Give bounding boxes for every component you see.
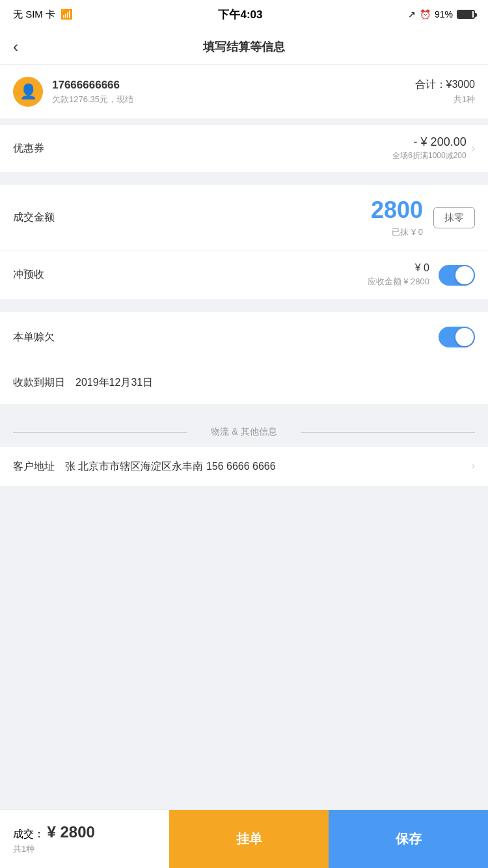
toggle-knob [455, 266, 474, 284]
coupon-label: 优惠券 [13, 142, 44, 156]
logistics-divider: 物流 & 其他信息 [0, 417, 488, 447]
status-right: ↗ ⏰ 91% [408, 9, 475, 20]
due-date-value: 2019年12月31日 [75, 376, 153, 390]
bottom-summary-label-amount: 成交： ¥ 2800 [13, 823, 156, 841]
customer-count: 共1种 [415, 94, 476, 105]
advance-label: 冲预收 [13, 268, 44, 282]
logistics-label: 物流 & 其他信息 [211, 426, 277, 438]
customer-debt: 欠款1276.35元，现结 [52, 94, 133, 105]
summary-label: 成交： [13, 828, 44, 839]
customer-phone: 17666666666 [52, 79, 133, 92]
customer-right: 合计：¥3000 共1种 [415, 78, 476, 105]
page-title: 填写结算等信息 [203, 39, 285, 55]
transaction-section: 成交金额 2800 已抹 ¥ 0 抹零 冲预收 ¥ 0 应收金额 ¥ 2800 [0, 185, 488, 299]
sim-label: 无 SIM 卡 [13, 8, 55, 21]
alarm-icon: ⏰ [420, 9, 431, 20]
due-date-row: 收款到期日 2019年12月31日 [0, 362, 488, 404]
coupon-amount: - ¥ 200.00 [392, 135, 466, 149]
status-left: 无 SIM 卡 📶 [13, 8, 73, 21]
status-bar: 无 SIM 卡 📶 下午4:03 ↗ ⏰ 91% [0, 0, 488, 29]
debt-row: 本单赊欠 [0, 312, 488, 362]
summary-count: 共1种 [13, 843, 156, 855]
divider-line-left [13, 432, 187, 433]
status-time: 下午4:03 [218, 7, 262, 22]
back-button[interactable]: ‹ [13, 38, 18, 56]
advance-right: ¥ 0 应收金额 ¥ 2800 [368, 262, 475, 288]
avatar: 👤 [13, 77, 43, 107]
coupon-right: - ¥ 200.00 全场6折满1000减200 › [392, 135, 475, 161]
hold-button[interactable]: 挂单 [169, 810, 329, 869]
debt-label: 本单赊欠 [13, 331, 55, 344]
location-icon: ↗ [408, 9, 416, 20]
nav-bar: ‹ 填写结算等信息 [0, 29, 488, 65]
battery-icon [457, 10, 475, 19]
debt-toggle-knob [455, 328, 474, 346]
customer-left: 👤 17666666666 欠款1276.35元，现结 [13, 77, 133, 107]
transaction-amount: 2800 [371, 197, 423, 224]
transaction-label: 成交金额 [13, 211, 55, 224]
transaction-right: 2800 已抹 ¥ 0 抹零 [371, 197, 475, 238]
chevron-right-icon: › [472, 142, 475, 154]
battery-percent: 91% [435, 9, 453, 20]
due-date-label: 收款到期日 [13, 376, 65, 390]
address-chevron-icon: › [472, 459, 475, 472]
coupon-desc: 全场6折满1000减200 [392, 150, 466, 161]
advance-values: ¥ 0 应收金额 ¥ 2800 [368, 262, 429, 288]
address-label: 客户地址 [13, 459, 55, 474]
debt-section: 本单赊欠 收款到期日 2019年12月31日 [0, 312, 488, 404]
advance-toggle[interactable] [439, 265, 475, 286]
section-gap-1 [0, 178, 488, 185]
round-zero-button[interactable]: 抹零 [433, 207, 475, 228]
coupon-discount: - ¥ 200.00 全场6折满1000减200 [392, 135, 466, 161]
section-gap-3 [0, 411, 488, 417]
advance-amount: ¥ 0 [368, 262, 429, 274]
divider-line-right [301, 432, 475, 433]
content-area: 👤 17666666666 欠款1276.35元，现结 合计：¥3000 共1种… [0, 65, 488, 675]
transaction-sub: 已抹 ¥ 0 [371, 226, 423, 238]
summary-amount: ¥ 2800 [47, 823, 94, 841]
coupon-row[interactable]: 优惠券 - ¥ 200.00 全场6折满1000减200 › [0, 125, 488, 172]
save-button[interactable]: 保存 [329, 810, 488, 869]
customer-total: 合计：¥3000 [415, 78, 476, 92]
customer-info: 17666666666 欠款1276.35元，现结 [52, 79, 133, 105]
section-gap-2 [0, 306, 488, 312]
wifi-icon: 📶 [61, 8, 73, 20]
bottom-summary: 成交： ¥ 2800 共1种 [0, 823, 169, 855]
advance-row: 冲预收 ¥ 0 应收金额 ¥ 2800 [0, 251, 488, 299]
advance-sub: 应收金额 ¥ 2800 [368, 276, 429, 288]
bottom-bar: 成交： ¥ 2800 共1种 挂单 保存 [0, 809, 488, 868]
section-gap-4 [0, 486, 488, 616]
address-value: 张 北京市市辖区海淀区永丰南 156 6666 6666 [65, 459, 472, 474]
address-row[interactable]: 客户地址 张 北京市市辖区海淀区永丰南 156 6666 6666 › [0, 447, 488, 486]
customer-card: 👤 17666666666 欠款1276.35元，现结 合计：¥3000 共1种 [0, 65, 488, 118]
transaction-row: 成交金额 2800 已抹 ¥ 0 抹零 [0, 185, 488, 251]
transaction-amount-area: 2800 已抹 ¥ 0 [371, 197, 423, 238]
debt-toggle[interactable] [439, 327, 475, 347]
